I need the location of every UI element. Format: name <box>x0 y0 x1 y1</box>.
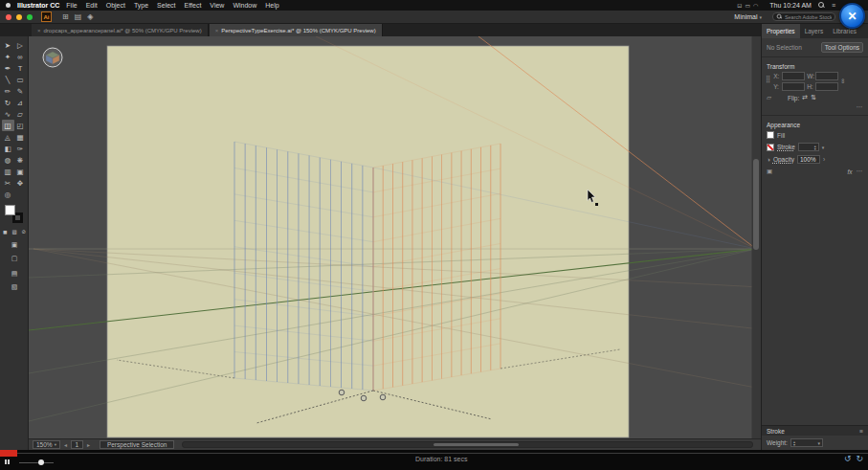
volume-slider-track[interactable] <box>19 462 54 463</box>
fx-effects-icon[interactable]: fx <box>847 168 852 175</box>
shape-builder-tool[interactable]: ◬ <box>2 131 14 143</box>
menu-object[interactable]: Object <box>106 2 125 9</box>
vertical-scrollbar-thumb[interactable] <box>753 159 759 250</box>
loop-icon[interactable]: ↻ <box>856 454 863 463</box>
panel-menu-icon[interactable]: ≡ <box>859 428 863 435</box>
wifi-icon[interactable]: ◠ <box>753 3 758 9</box>
replay-icon[interactable]: ↺ <box>844 454 852 463</box>
pause-icon[interactable] <box>5 459 10 464</box>
window-minimize-button[interactable] <box>16 14 22 20</box>
draw-mode-button[interactable]: ▣ <box>0 241 29 249</box>
spotlight-search-icon[interactable] <box>818 2 825 9</box>
stroke-weight-field[interactable]: ▴▾ <box>798 143 819 151</box>
workspace-switcher[interactable]: Minimal ▾ <box>734 13 762 20</box>
magic-wand-tool[interactable]: ✦ <box>2 51 14 62</box>
horizontal-scrollbar-thumb[interactable] <box>434 443 519 446</box>
link-dimensions-icon[interactable]: ∞ <box>840 78 847 83</box>
collapse-panel-icon[interactable]: ▧ <box>0 283 29 291</box>
opacity-value-field[interactable]: 100% <box>797 155 820 164</box>
y-input[interactable] <box>782 82 805 91</box>
perspective-grid-tool[interactable]: ◫ <box>2 120 14 131</box>
appearance-list-icon[interactable]: ▣ <box>767 168 772 175</box>
document-tab[interactable]: ×dropcaps_appearancepanel.ai* @ 50% (CMY… <box>32 24 209 36</box>
control-center-icon[interactable]: ≡ <box>832 2 835 9</box>
apple-menu-icon[interactable] <box>6 3 11 8</box>
color-button[interactable]: ◼ <box>3 229 8 235</box>
window-close-button[interactable] <box>6 14 11 20</box>
tab-close-icon[interactable]: × <box>37 28 41 34</box>
artboard[interactable] <box>107 46 629 437</box>
video-progress-played[interactable] <box>0 450 17 457</box>
rectangle-tool[interactable]: ▭ <box>14 74 27 85</box>
type-tool[interactable]: T <box>14 62 27 74</box>
menu-window[interactable]: Window <box>233 2 256 9</box>
slice-tool[interactable]: ✂ <box>2 177 14 189</box>
next-artboard-button[interactable]: ▸ <box>87 441 90 448</box>
gradient-button[interactable]: ▨ <box>11 229 16 235</box>
horizontal-scrollbar-track[interactable] <box>182 441 753 448</box>
zoom-tool[interactable]: ◎ <box>2 189 14 200</box>
grid-handle-left[interactable] <box>339 390 345 395</box>
selection-tool[interactable]: ➤ <box>2 39 14 51</box>
x-input[interactable] <box>782 72 805 80</box>
menu-select[interactable]: Select <box>157 2 175 9</box>
none-button[interactable]: ⊘ <box>21 229 26 235</box>
direct-selection-tool[interactable]: ▷ <box>14 39 27 51</box>
panel-tab-properties[interactable]: Properties <box>762 24 800 38</box>
free-transform-tool[interactable]: ▱ <box>14 108 27 120</box>
weight-combo-box[interactable]: ▴▾▾ <box>790 438 823 447</box>
document-setup-icon[interactable]: ▤ <box>75 12 82 21</box>
display-icon[interactable]: ⊡ <box>737 3 742 9</box>
tool-options-button[interactable]: Tool Options <box>821 42 863 53</box>
stroke-weight-caret-icon[interactable]: ▾ <box>822 145 825 150</box>
layout-grid-icon[interactable]: ⊞ <box>62 12 69 21</box>
fill-color-swatch[interactable] <box>767 131 774 139</box>
video-overlay-close-button[interactable]: ✕ <box>839 3 865 29</box>
menu-view[interactable]: View <box>210 2 224 9</box>
stroke-panel-header[interactable]: Stroke ≡ <box>762 425 868 436</box>
line-segment-tool[interactable]: ╲ <box>2 74 14 85</box>
opacity-link[interactable]: Opacity <box>773 156 794 163</box>
transform-more-options-icon[interactable]: ⋯ <box>857 103 864 111</box>
gradient-tool[interactable]: ◧ <box>2 143 14 154</box>
flip-vertical-icon[interactable]: ⇅ <box>811 94 816 101</box>
menu-effect[interactable]: Effect <box>185 2 202 9</box>
eyedropper-tool[interactable]: ✑ <box>14 143 27 154</box>
menu-help[interactable]: Help <box>265 2 278 9</box>
symbol-sprayer-tool[interactable]: ❋ <box>14 154 27 166</box>
tab-close-icon[interactable]: × <box>215 28 219 34</box>
h-input[interactable] <box>815 82 838 91</box>
document-tab-active[interactable]: ×PerspectiveTypeExercise.ai* @ 150% (CMY… <box>210 24 383 36</box>
lasso-tool[interactable]: ∞ <box>14 51 27 62</box>
appearance-more-options-icon[interactable]: ⋯ <box>857 168 864 175</box>
battery-icon[interactable]: ▭ <box>745 3 750 9</box>
hand-tool[interactable]: ✥ <box>14 177 27 189</box>
arrange-documents-icon[interactable]: ◈ <box>87 12 93 21</box>
grid-handle-right[interactable] <box>380 394 386 400</box>
w-input[interactable] <box>815 72 838 80</box>
blend-tool[interactable]: ◍ <box>2 154 14 166</box>
opacity-chevron-icon[interactable]: › <box>823 156 825 163</box>
zoom-level-dropdown[interactable]: 150% ▾ <box>33 440 60 449</box>
menu-type[interactable]: Type <box>134 2 148 9</box>
fill-swatch[interactable] <box>5 205 15 215</box>
pencil-tool[interactable]: ✎ <box>14 85 27 97</box>
app-name-menu[interactable]: Illustrator CC <box>17 2 59 9</box>
edit-toolbar-icon[interactable]: ▤ <box>0 270 29 278</box>
plane-switching-widget[interactable] <box>43 48 62 67</box>
paintbrush-tool[interactable]: ✏ <box>2 85 14 97</box>
panel-tab-layers[interactable]: Layers <box>800 24 829 38</box>
previous-artboard-button[interactable]: ◂ <box>64 441 67 448</box>
canvas-area[interactable] <box>29 36 761 438</box>
width-tool[interactable]: ∿ <box>2 108 14 120</box>
artboard-number-field[interactable]: 1 <box>71 440 83 449</box>
screen-mode-button[interactable]: ▢ <box>0 255 29 262</box>
adobe-stock-search-input[interactable]: Search Adobe Stock <box>772 12 835 21</box>
video-progress-track[interactable] <box>17 453 868 454</box>
grid-handle-origin[interactable] <box>361 395 367 401</box>
reference-point-locator[interactable]: ⣿ <box>766 76 770 83</box>
rotate-tool[interactable]: ↻ <box>2 97 14 108</box>
pen-tool[interactable]: ✒ <box>2 62 14 74</box>
stroke-link[interactable]: Stroke <box>777 144 795 150</box>
menu-edit[interactable]: Edit <box>86 2 98 9</box>
